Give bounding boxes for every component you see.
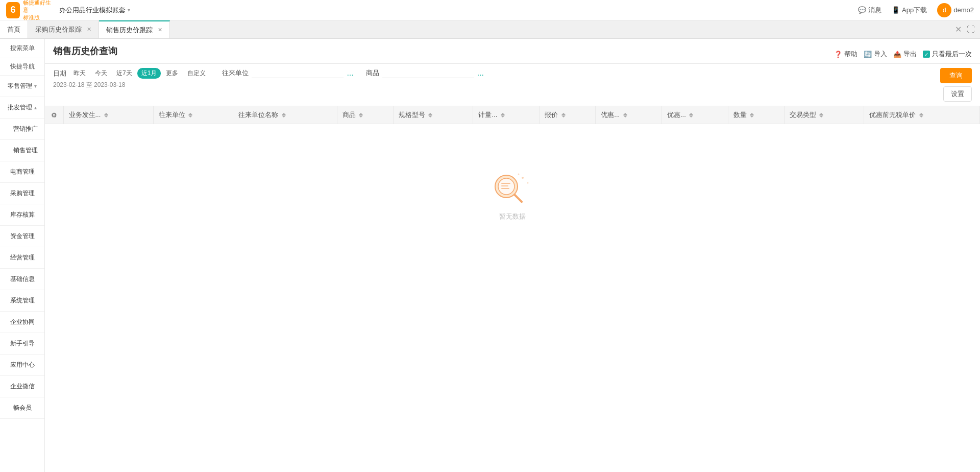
sidebar-item-operations[interactable]: 经营管理 [0, 247, 44, 269]
svg-rect-4 [501, 185, 508, 186]
date-btn-today[interactable]: 今天 [91, 68, 111, 79]
sidebar-item-ecommerce[interactable]: 电商管理 [0, 161, 44, 183]
th-discount1[interactable]: 优惠... [596, 106, 662, 124]
chevron-down-icon: ▾ [128, 7, 130, 13]
sort-icon [561, 113, 566, 117]
th-gear[interactable]: ⚙ [45, 106, 63, 124]
th-quote[interactable]: 报价 [540, 106, 596, 124]
export-btn[interactable]: 📤 导出 [893, 50, 917, 59]
date-btn-1month[interactable]: 近1月 [137, 68, 161, 79]
app-selector[interactable]: 办公用品行业模拟账套 ▾ [59, 6, 130, 15]
sidebar-item-inventory[interactable]: 库存核算 [0, 204, 44, 226]
svg-line-2 [514, 195, 522, 202]
tab-actions: ✕ ⛶ [950, 20, 980, 38]
sidebar-item-marketing[interactable]: 营销推广 [0, 119, 44, 140]
date-range-display: 2023-02-18 至 2023-03-18 [53, 81, 210, 89]
avatar: d [937, 3, 951, 17]
th-unit-name[interactable]: 往来单位名称 [233, 106, 337, 124]
sort-icon [428, 113, 432, 117]
user-menu[interactable]: d demo2 [937, 3, 974, 17]
maximize-icon[interactable]: ⛶ [967, 25, 975, 34]
sidebar-item-sales-mgmt[interactable]: 销售管理 [0, 140, 44, 161]
sort-icon [819, 113, 823, 117]
import-btn[interactable]: 🔄 导入 [864, 50, 887, 59]
close-tab-purchase[interactable]: ✕ [87, 26, 91, 33]
sort-icon [689, 113, 693, 117]
date-btn-yesterday[interactable]: 昨天 [69, 68, 90, 79]
date-buttons-row: 日期 昨天 今天 近7天 近1月 更多 自定义 [53, 68, 210, 79]
sidebar-item-member[interactable]: 畅会员 [0, 397, 44, 419]
page-title: 销售历史价查询 [53, 45, 117, 57]
close-tab-sales[interactable]: ✕ [158, 27, 162, 33]
query-button[interactable]: 查询 [940, 68, 972, 83]
tab-purchase-history[interactable]: 采购历史价跟踪 ✕ [28, 20, 99, 38]
sidebar-item-corp-wechat[interactable]: 企业微信 [0, 376, 44, 397]
goods-picker-btn[interactable]: ... [477, 68, 484, 78]
gear-icon: ⚙ [51, 111, 57, 119]
sidebar-item-app-center[interactable]: 应用中心 [0, 355, 44, 376]
sort-icon [623, 113, 627, 117]
close-window-icon[interactable]: ✕ [955, 25, 962, 34]
th-goods[interactable]: 商品 [337, 106, 393, 124]
table-container: ⚙ 业务发生... 往来单位 往来单位名称 [45, 106, 980, 472]
sort-icon [188, 113, 192, 117]
tab-sales-history[interactable]: 销售历史价跟踪 ✕ [99, 20, 170, 38]
logo-area: 6 畅捷通好生意 标准版 [6, 0, 51, 21]
data-table: ⚙ 业务发生... 往来单位 往来单位名称 [45, 106, 980, 124]
sidebar-item-enterprise[interactable]: 企业协同 [0, 312, 44, 333]
sidebar-search[interactable]: 搜索菜单 [0, 39, 44, 58]
message-icon: 💬 [858, 6, 866, 14]
svg-rect-5 [501, 188, 509, 189]
top-right: 💬 消息 📱 App下载 d demo2 [858, 3, 974, 17]
filter-inner: 日期 昨天 今天 近7天 近1月 更多 自定义 2023-02-18 至 202… [53, 68, 928, 89]
th-unit-code[interactable]: 往来单位 [153, 106, 233, 124]
th-qty[interactable]: 数量 [728, 106, 784, 124]
date-btn-custom[interactable]: 自定义 [183, 68, 210, 79]
app-download-btn[interactable]: 📱 App下载 [892, 6, 927, 15]
help-btn[interactable]: ❓ 帮助 [834, 50, 857, 59]
only-last-checkbox[interactable]: 只看最后一次 [923, 50, 972, 59]
svg-point-6 [522, 177, 524, 179]
th-biz-date[interactable]: 业务发生... [63, 106, 153, 124]
goods-input[interactable] [382, 68, 474, 78]
empty-icon [487, 165, 538, 206]
sidebar-item-purchase[interactable]: 采购管理 [0, 183, 44, 204]
unit-input[interactable] [252, 68, 344, 78]
help-icon: ❓ [834, 51, 842, 58]
date-btn-more[interactable]: 更多 [162, 68, 182, 79]
filter-row: 日期 昨天 今天 近7天 近1月 更多 自定义 2023-02-18 至 202… [45, 64, 980, 106]
checkbox-icon [923, 51, 930, 58]
logo-icon: 6 [6, 2, 20, 18]
th-spec[interactable]: 规格型号 [393, 106, 473, 124]
page-tools: ❓ 帮助 🔄 导入 📤 导出 只看最后一次 [834, 50, 972, 59]
chevron-down-icon: ▾ [34, 83, 37, 89]
message-btn[interactable]: 💬 消息 [858, 6, 881, 15]
date-filter: 日期 昨天 今天 近7天 近1月 更多 自定义 2023-02-18 至 202… [53, 68, 210, 89]
th-trade-type[interactable]: 交易类型 [784, 106, 864, 124]
import-icon: 🔄 [864, 51, 872, 58]
th-unit-measure[interactable]: 计量... [473, 106, 540, 124]
sort-icon [104, 113, 108, 117]
empty-state: 暂无数据 [45, 124, 980, 262]
sidebar-item-finance[interactable]: 资金管理 [0, 226, 44, 247]
sidebar-item-wholesale[interactable]: 批发管理 ▴ [0, 97, 44, 119]
settings-button[interactable]: 设置 [943, 86, 972, 102]
sidebar-item-basic-info[interactable]: 基础信息 [0, 269, 44, 290]
unit-picker-btn[interactable]: ... [347, 68, 353, 78]
tab-spacer [170, 20, 950, 38]
filter-actions: 查询 设置 [940, 68, 972, 102]
sidebar-item-system[interactable]: 系统管理 [0, 290, 44, 312]
sidebar: 搜索菜单 快捷导航 零售管理 ▾ 批发管理 ▴ 营销推广 销售管理 电商管理 采… [0, 39, 45, 472]
date-btn-7days[interactable]: 近7天 [112, 68, 136, 79]
th-discount2[interactable]: 优惠... [662, 106, 728, 124]
page-title-row: 销售历史价查询 ❓ 帮助 🔄 导入 📤 导出 [53, 45, 972, 63]
sidebar-quick-nav[interactable]: 快捷导航 [0, 58, 44, 76]
th-pretax-price[interactable]: 优惠前无税单价 [864, 106, 980, 124]
tab-home[interactable]: 首页 [0, 20, 28, 38]
table-header-row: ⚙ 业务发生... 往来单位 往来单位名称 [45, 106, 980, 124]
unit-filter: 往来单位 ... [222, 68, 353, 78]
svg-point-8 [518, 174, 520, 175]
sidebar-item-retail[interactable]: 零售管理 ▾ [0, 76, 44, 97]
sidebar-item-guide[interactable]: 新手引导 [0, 333, 44, 355]
main-layout: 搜索菜单 快捷导航 零售管理 ▾ 批发管理 ▴ 营销推广 销售管理 电商管理 采… [0, 39, 980, 472]
